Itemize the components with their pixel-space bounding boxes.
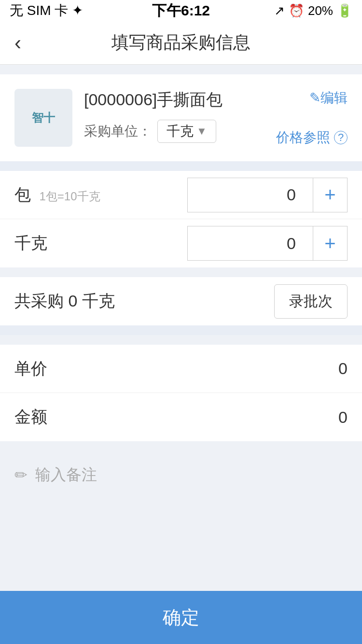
- price-ref-button[interactable]: 价格参照 ?: [276, 128, 348, 147]
- bao-input[interactable]: [187, 178, 313, 212]
- bao-sublabel: 1包=10千克: [39, 190, 100, 203]
- confirm-bar[interactable]: 确定: [0, 591, 362, 644]
- kg-row: 千克 +: [0, 219, 362, 267]
- divider-1: [0, 161, 362, 171]
- notes-placeholder: 输入备注: [35, 464, 97, 486]
- product-name: [0000006]手撕面包: [84, 89, 348, 111]
- divider-2: [0, 325, 362, 335]
- page-title: 填写商品采购信息: [111, 31, 251, 55]
- status-right: ↗ ⏰ 20% 🔋: [274, 3, 352, 18]
- summary-row: 共采购 0 千克 录批次: [0, 277, 362, 325]
- bao-input-wrapper: +: [187, 178, 348, 212]
- nav-bar: ‹ 填写商品采购信息: [0, 21, 362, 65]
- battery-text: 20%: [308, 3, 333, 18]
- product-card: 智十 [0000006]手撕面包 采购单位： 千克 ▼ ✎编辑 价格参照 ?: [0, 74, 362, 161]
- product-image: 智十: [14, 89, 72, 147]
- kg-plus-button[interactable]: +: [313, 226, 348, 261]
- dropdown-arrow-icon: ▼: [196, 125, 207, 138]
- input-section: 包 1包=10千克 + 千克 +: [0, 171, 362, 267]
- product-image-text: 智十: [32, 110, 55, 126]
- price-ref-label: 价格参照: [276, 128, 330, 147]
- bao-plus-button[interactable]: +: [313, 178, 348, 212]
- kg-input-wrapper: +: [187, 226, 348, 261]
- unit-price-row: 单价 0: [0, 345, 362, 393]
- unit-value: 千克: [167, 122, 194, 140]
- unit-price-value: 0: [338, 359, 348, 378]
- no-sim-text: 无 SIM 卡 ✦: [10, 1, 83, 20]
- edit-button[interactable]: ✎编辑: [309, 89, 348, 107]
- unit-select[interactable]: 千克 ▼: [157, 120, 216, 143]
- status-left: 无 SIM 卡 ✦: [10, 1, 83, 20]
- pencil-icon: ✏: [14, 466, 28, 484]
- status-bar: 无 SIM 卡 ✦ 下午6:12 ↗ ⏰ 20% 🔋: [0, 0, 362, 21]
- unit-price-label: 单价: [14, 358, 47, 380]
- summary-section: 共采购 0 千克 录批次: [0, 277, 362, 325]
- notes-section[interactable]: ✏ 输入备注: [0, 451, 362, 499]
- amount-row: 金额 0: [0, 393, 362, 441]
- kg-label: 千克: [14, 232, 187, 254]
- bao-row: 包 1包=10千克 +: [0, 171, 362, 219]
- summary-text: 共采购 0 千克: [14, 290, 115, 312]
- kg-input[interactable]: [187, 226, 313, 261]
- batch-button[interactable]: 录批次: [274, 284, 348, 319]
- confirm-label: 确定: [163, 605, 199, 630]
- back-button[interactable]: ‹: [14, 33, 21, 53]
- info-icon: ?: [334, 131, 348, 144]
- amount-value: 0: [338, 408, 348, 427]
- unit-label: 采购单位：: [84, 122, 152, 140]
- location-icon: ↗: [274, 3, 285, 18]
- bao-label: 包 1包=10千克: [14, 184, 187, 206]
- alarm-icon: ⏰: [289, 3, 304, 18]
- status-time: 下午6:12: [152, 1, 210, 21]
- battery-icon: 🔋: [337, 3, 352, 18]
- price-section: 单价 0 金额 0: [0, 345, 362, 441]
- amount-label: 金额: [14, 406, 47, 428]
